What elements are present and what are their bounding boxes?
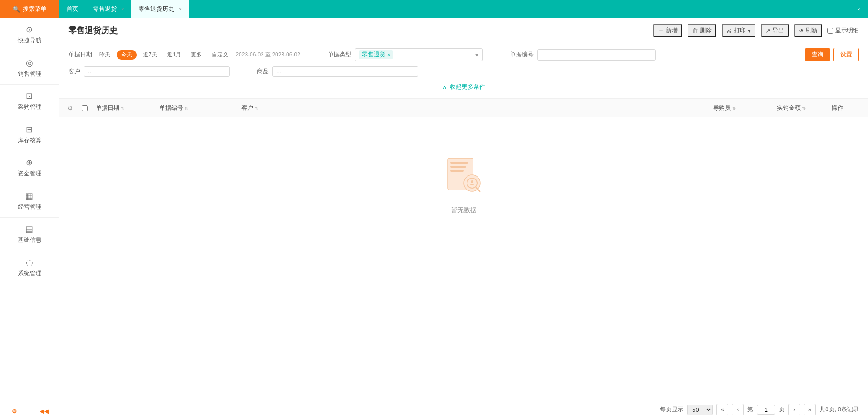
refresh-label: 刷新 (806, 26, 817, 35)
page-size-select[interactable]: 50 100 200 (687, 405, 713, 415)
sidebar-item-sales-mgmt[interactable]: ◎ 销售管理 (0, 51, 59, 85)
sidebar-item-purchase-label: 采购管理 (18, 103, 41, 111)
page-prev-button[interactable]: ‹ (732, 404, 744, 415)
bill-no-label: 单据编号 (510, 51, 534, 59)
tab-retail-return-close[interactable]: × (121, 6, 124, 12)
bill-no-input[interactable] (537, 49, 656, 61)
export-label: 导出 (772, 26, 784, 35)
page-first-button[interactable]: « (716, 404, 728, 415)
page-last-button[interactable]: » (804, 404, 816, 415)
settings-button[interactable]: 设置 (833, 48, 859, 61)
customer-select[interactable]: ... (84, 66, 230, 77)
date-filter-1month[interactable]: 近1月 (164, 50, 185, 60)
tab-retail-return-history[interactable]: 零售退货历史 × (131, 0, 189, 18)
customer-filter: 客户 ... (68, 66, 230, 77)
date-filter-7days[interactable]: 近7天 (139, 50, 161, 60)
tab-home[interactable]: 首页 (59, 0, 86, 18)
date-filter-yesterday[interactable]: 昨天 (96, 50, 114, 60)
audio-icon: ◀◀ (40, 408, 49, 415)
th-guide-sort-icon: ⇅ (732, 106, 736, 111)
th-ops-label: 操作 (832, 104, 843, 112)
pagination-bar: 每页显示 50 100 200 « ‹ 第 页 › » 共0页, 0条记录 (59, 399, 868, 420)
bill-type-filter: 单据类型 零售退货 × ▾ (328, 48, 483, 61)
delete-label: 删除 (700, 26, 712, 35)
sidebar-item-basic-info-label: 基础信息 (18, 236, 41, 244)
search-menu-button[interactable]: 🔍 搜索菜单 (0, 0, 59, 18)
sidebar-item-purchase-mgmt[interactable]: ⊡ 采购管理 (0, 85, 59, 118)
tab-retail-return-history-close[interactable]: × (179, 6, 181, 12)
customer-label: 客户 (68, 67, 80, 76)
date-filter-custom[interactable]: 自定义 (208, 50, 232, 60)
tab-retail-return[interactable]: 零售退货 × (86, 0, 131, 18)
bill-date-filter: 单据日期 昨天 今天 近7天 近1月 更多 自定义 2023-06-02 至 2… (68, 50, 300, 60)
sales-icon: ◎ (26, 58, 33, 68)
show-detail-checkbox[interactable] (827, 28, 833, 34)
inventory-icon: ⊟ (26, 124, 33, 134)
sidebar-item-system-label: 系统管理 (18, 269, 41, 277)
th-select-all-checkbox[interactable] (77, 105, 92, 111)
sidebar-item-ops[interactable]: ▦ 经营管理 (0, 184, 59, 218)
th-customer-label: 客户 (241, 104, 253, 112)
product-select[interactable]: ... (272, 66, 418, 77)
th-amount[interactable]: 实销金额 ⇅ (773, 104, 828, 112)
filter-row-1: 单据日期 昨天 今天 近7天 近1月 更多 自定义 2023-06-02 至 2… (68, 48, 859, 61)
sidebar-item-quick-nav[interactable]: ⊙ 快捷导航 (0, 18, 59, 51)
window-close-button[interactable]: × (850, 0, 868, 18)
sidebar-item-quick-nav-label: 快捷导航 (18, 36, 41, 45)
ops-icon: ▦ (26, 191, 33, 201)
query-button[interactable]: 查询 (805, 48, 830, 61)
th-bill-date[interactable]: 单据日期 ⇅ (92, 104, 156, 112)
page-label: 页 (779, 405, 785, 414)
product-label: 商品 (257, 67, 269, 76)
add-button[interactable]: ＋ 新增 (653, 24, 682, 37)
th-guide[interactable]: 导购员 ⇅ (709, 104, 773, 112)
search-menu-label: 搜索菜单 (23, 5, 46, 13)
svg-rect-8 (470, 184, 474, 185)
filter-row-2: 客户 ... 商品 ... (68, 66, 859, 77)
sidebar: ⊙ 快捷导航 ◎ 销售管理 ⊡ 采购管理 ⊟ 库存核算 ⊕ 资金管理 ▦ 经营管… (0, 18, 59, 420)
sidebar-item-finance[interactable]: ⊕ 资金管理 (0, 151, 59, 184)
select-all-checkbox[interactable] (82, 105, 88, 111)
th-bill-no[interactable]: 单据编号 ⇅ (156, 104, 238, 112)
sidebar-settings-button[interactable]: ⚙ (0, 402, 30, 420)
product-placeholder: ... (277, 68, 282, 75)
purchase-icon: ⊡ (26, 91, 33, 101)
sidebar-item-inventory[interactable]: ⊟ 库存核算 (0, 118, 59, 151)
show-detail-checkbox-label[interactable]: 显示明细 (827, 26, 859, 35)
th-amount-label: 实销金额 (777, 104, 801, 112)
product-filter: 商品 ... (257, 66, 418, 77)
close-icon: × (857, 6, 861, 13)
page-number-input[interactable] (757, 405, 775, 415)
print-dropdown-icon: ▾ (748, 27, 751, 34)
export-button[interactable]: ↗ 导出 (761, 24, 789, 37)
empty-state-icon (441, 154, 487, 199)
th-settings-icon[interactable]: ⚙ (63, 105, 77, 112)
sidebar-item-basic-info[interactable]: ▤ 基础信息 (0, 218, 59, 251)
print-button[interactable]: 🖨 打印 ▾ (722, 24, 755, 37)
th-ops: 操作 (828, 104, 864, 112)
svg-rect-1 (450, 162, 468, 164)
bill-type-tag-label: 零售退货 (362, 51, 385, 59)
show-detail-label: 显示明细 (835, 26, 859, 35)
sidebar-audio-button[interactable]: ◀◀ (30, 402, 59, 420)
filter-area: 单据日期 昨天 今天 近7天 近1月 更多 自定义 2023-06-02 至 2… (59, 42, 868, 99)
delete-button[interactable]: 🗑 删除 (688, 24, 716, 37)
sidebar-bottom: ⚙ ◀◀ (0, 402, 59, 420)
gear-icon: ⚙ (12, 408, 17, 415)
th-customer[interactable]: 客户 ⇅ (238, 104, 709, 112)
date-filter-more[interactable]: 更多 (187, 50, 205, 60)
page-next-button[interactable]: › (788, 404, 800, 415)
table-header: ⚙ 单据日期 ⇅ 单据编号 ⇅ 客户 ⇅ 导购员 ⇅ (59, 99, 868, 117)
svg-point-7 (471, 180, 473, 183)
collapse-filters-button[interactable]: ∧ 收起更多条件 (442, 81, 485, 93)
date-filter-today[interactable]: 今天 (117, 50, 137, 60)
th-customer-sort-icon: ⇅ (255, 106, 258, 111)
collapse-icon: ∧ (442, 84, 447, 91)
bill-type-tag-close[interactable]: × (387, 52, 390, 57)
page-total-info: 共0页, 0条记录 (819, 405, 859, 414)
bill-date-label: 单据日期 (68, 51, 92, 59)
sidebar-item-system[interactable]: ◌ 系统管理 (0, 251, 59, 284)
th-bill-date-sort-icon: ⇅ (121, 106, 124, 111)
bill-type-select[interactable]: 零售退货 × ▾ (355, 48, 483, 61)
refresh-button[interactable]: ↺ 刷新 (794, 24, 822, 37)
